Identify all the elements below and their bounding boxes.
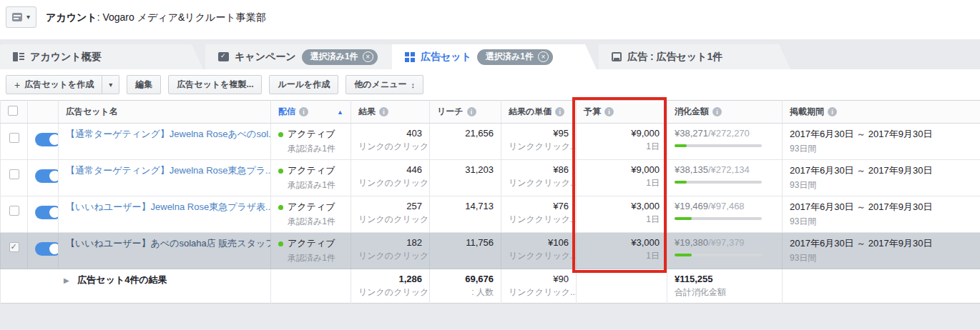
schedule-range: 2017年6月30日 ～ 2017年9月30日 (790, 237, 973, 250)
result-label: リンクのクリック (358, 141, 422, 153)
caret-down-icon: ▾ (109, 81, 112, 89)
expand-summary-icon[interactable]: ▶ (64, 276, 69, 284)
summary-label: 広告セット4件の結果 (77, 274, 167, 285)
adset-name-link[interactable]: 【いいねユーザー】あべのsolaha店 販売スタッフ (66, 238, 271, 249)
col-header-results[interactable]: 結果i (351, 101, 430, 124)
col-header-cost[interactable]: 結果の単価i (501, 101, 577, 124)
rule-label: ルールを作成 (278, 79, 330, 91)
col-header-schedule[interactable]: 掲載期間i (783, 101, 980, 124)
spent-value: ¥19,380 (675, 237, 708, 248)
schedule-range: 2017年6月30日 ～ 2017年9月30日 (790, 164, 973, 177)
row-toggle[interactable] (35, 242, 59, 256)
col-header-spent[interactable]: 消化金額i (667, 101, 783, 124)
table-row[interactable]: 【いいねユーザー】Jewelna Rose東急プラザ表... アクティブ 承認済… (1, 196, 980, 233)
tab-label: キャンペーン (235, 51, 296, 64)
row-toggle[interactable] (35, 206, 59, 219)
top-bar: ▾ アカウント: Vogaro メディア&リクルート事業部 (0, 0, 980, 39)
budget-label: 1日 (584, 177, 660, 189)
tab-ads[interactable]: 広告 : 広告セット1件 (599, 44, 790, 69)
tab-label: 広告セット (421, 51, 471, 64)
reach-value: 14,713 (437, 201, 494, 211)
table-row[interactable]: 【通常ターゲティング】Jewelna Rose東急プラ... アクティブ 承認済… (1, 160, 980, 196)
budget-label: 1日 (584, 250, 660, 262)
cost-label: リンククリック... (509, 214, 569, 226)
row-toggle[interactable] (35, 133, 59, 146)
tab-campaigns[interactable]: キャンペーン 選択済み1件 × (205, 44, 403, 69)
summary-spent: ¥115,255 (675, 274, 775, 284)
spend-progress-bar (675, 217, 762, 220)
cost-label: リンククリック... (509, 141, 569, 153)
schedule-range: 2017年6月30日 ～ 2017年9月30日 (790, 201, 973, 214)
adset-name-link[interactable]: 【通常ターゲティング】Jewelna Roseあべのsol... (66, 129, 271, 139)
info-icon[interactable]: i (555, 107, 564, 116)
row-checkbox[interactable] (9, 206, 19, 216)
edit-button[interactable]: 編集 (127, 75, 161, 94)
duplicate-adset-button[interactable]: 広告セットを複製... (168, 75, 262, 94)
select-all-checkbox[interactable] (8, 106, 18, 116)
info-icon[interactable]: i (828, 107, 837, 116)
delivery-substatus: 承認済み1件 (278, 252, 343, 264)
selected-count-badge[interactable]: 選択済み1件 × (302, 49, 378, 65)
adset-name-link[interactable]: 【通常ターゲティング】Jewelna Rose東急プラ... (66, 165, 271, 176)
spend-progress-bar (675, 254, 762, 256)
row-checkbox[interactable] (9, 169, 19, 179)
deselect-close-icon[interactable]: × (363, 51, 373, 62)
budget-value: ¥3,000 (584, 201, 660, 211)
delivery-status: アクティブ (288, 238, 335, 249)
schedule-duration: 93日間 (790, 252, 973, 264)
schedule-duration: 93日間 (790, 216, 973, 228)
info-icon[interactable]: i (712, 107, 722, 116)
info-icon[interactable]: i (299, 107, 308, 116)
delivery-substatus: 承認済み1件 (278, 179, 343, 191)
more-label: 他のメニュー (354, 79, 406, 91)
badge-label: 選択済み1件 (486, 51, 534, 63)
table-row-selected[interactable]: 【いいねユーザー】あべのsolaha店 販売スタッフ アクティブ 承認済み1件 … (1, 233, 980, 269)
create-adset-split-button: + 広告セットを作成 ▾ (6, 75, 119, 94)
tab-label: アカウント概要 (30, 51, 102, 64)
create-adset-dropdown-button[interactable]: ▾ (102, 75, 119, 94)
table-row[interactable]: 【通常ターゲティング】Jewelna Roseあべのsol... アクティブ 承… (1, 124, 980, 160)
row-checkbox[interactable] (9, 242, 19, 252)
status-dot-icon (278, 132, 283, 137)
col-header-name[interactable]: 広告セット名 (59, 101, 271, 124)
ads-card-icon (612, 52, 622, 61)
plus-icon: + (14, 79, 20, 91)
col-header-budget[interactable]: 予算i (577, 101, 667, 124)
overview-icon (13, 52, 24, 61)
result-label: リンクのクリック (358, 177, 422, 189)
duplicate-label: 広告セットを複製... (177, 79, 253, 91)
budget-label: 1日 (584, 214, 660, 226)
delivery-substatus: 承認済み1件 (278, 216, 343, 228)
info-icon[interactable]: i (379, 107, 388, 116)
cost-value: ¥86 (509, 164, 569, 175)
info-icon[interactable]: i (467, 107, 476, 116)
result-label: リンクのクリック (358, 250, 422, 262)
reach-value: 11,756 (437, 237, 494, 248)
selected-count-badge[interactable]: 選択済み1件 × (477, 49, 553, 65)
row-checkbox[interactable] (9, 133, 19, 143)
row-toggle[interactable] (35, 169, 59, 183)
schedule-range: 2017年6月30日 ～ 2017年9月30日 (790, 128, 973, 141)
account-card-icon (12, 13, 22, 21)
account-scope-button[interactable]: ▾ (6, 6, 36, 28)
summary-reach-label: : 人数 (437, 286, 494, 299)
badge-label: 選択済み1件 (310, 51, 358, 63)
adset-name-link[interactable]: 【いいねユーザー】Jewelna Rose東急プラザ表... (66, 201, 271, 212)
spent-total: /¥272,134 (708, 164, 750, 175)
cost-value: ¥76 (509, 201, 569, 211)
reach-value: 31,203 (437, 164, 494, 175)
tab-bar: アカウント概要 キャンペーン 選択済み1件 × 広告セット 選択済み1件 × 広… (0, 39, 980, 69)
deselect-close-icon[interactable]: × (538, 51, 549, 62)
create-adset-button[interactable]: + 広告セットを作成 (6, 75, 102, 94)
create-rule-button[interactable]: ルールを作成 (269, 75, 338, 94)
caret-down-icon: ▾ (26, 14, 30, 21)
info-icon[interactable]: i (604, 107, 614, 116)
col-header-reach[interactable]: リーチi (430, 101, 501, 124)
col-header-delivery[interactable]: 配信 i ▲ (271, 101, 351, 124)
tab-ad-sets[interactable]: 広告セット 選択済み1件 × (392, 44, 597, 69)
summary-row: ▶ 広告セット4件の結果 1,286 リンクのクリック 69,676 : 人数 … (1, 269, 980, 304)
tab-account-overview[interactable]: アカウント概要 (0, 44, 203, 69)
schedule-duration: 93日間 (790, 179, 973, 191)
more-menu-button[interactable]: 他のメニュー ↕ (346, 75, 423, 94)
spent-total: /¥97,379 (708, 237, 745, 248)
